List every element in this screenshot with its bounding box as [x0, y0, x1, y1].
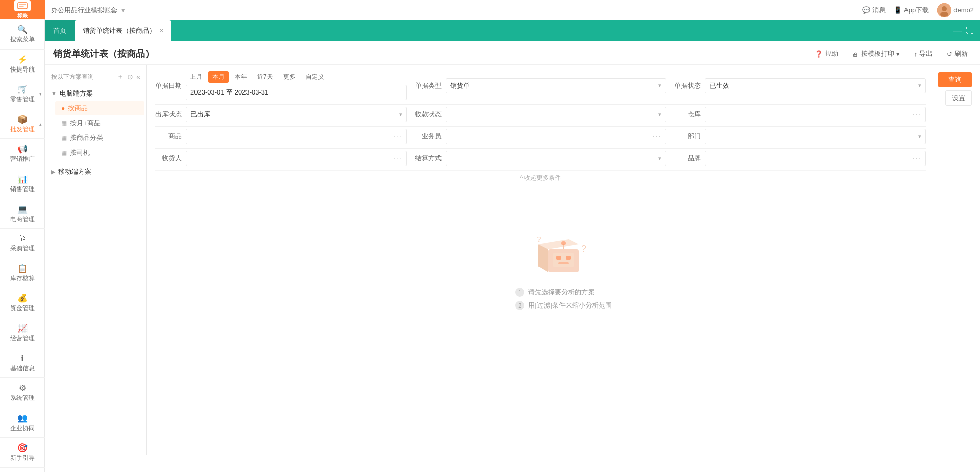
driver-icon: ▦ — [61, 149, 67, 156]
date-tab-last-month[interactable]: 上月 — [186, 71, 206, 83]
scheme-item-month-goods[interactable]: ▦ 按月+商品 — [55, 116, 144, 130]
consignee-filter-row: 收货人 ··· — [155, 151, 407, 166]
home-tab-label: 首页 — [53, 26, 66, 35]
refresh-icon: ↺ — [947, 50, 952, 58]
collapse-conditions-btn[interactable]: ^ 收起更多条件 — [155, 170, 926, 185]
warehouse-input[interactable]: ··· — [705, 107, 926, 122]
sales-icon: 📊 — [17, 174, 28, 184]
dept-dropdown-arrow: ▾ — [918, 133, 921, 140]
staff-input[interactable]: ··· — [446, 129, 667, 144]
hint-text-2: 用[过滤]条件来缩小分析范围 — [528, 301, 611, 310]
sidebar-item-label: 电商管理 — [10, 216, 35, 224]
sidebar-item-ecommerce[interactable]: 💻 电商管理 — [0, 199, 45, 229]
sidebar-item-wholesale[interactable]: 📦 批发管理 ▴ — [0, 109, 45, 139]
sidebar-item-sales[interactable]: 📊 销售管理 — [0, 169, 45, 199]
sidebar-item-label: 经营管理 — [10, 335, 35, 343]
tab-minimize-icon[interactable]: — — [953, 26, 962, 35]
desktop-section-header[interactable]: ▼ 电脑端方案 — [45, 86, 146, 101]
doc-type-select[interactable]: 销货单 ▾ — [446, 78, 667, 93]
sidebar-item-retail[interactable]: 🛒 零售管理 ▾ — [0, 79, 45, 109]
sidebar-item-finance[interactable]: 💰 资金管理 — [0, 288, 45, 318]
payment-method-select[interactable]: ▾ — [446, 151, 667, 166]
user-name: demo2 — [953, 6, 974, 14]
date-tab-custom[interactable]: 自定义 — [302, 71, 328, 83]
sidebar-item-marketing[interactable]: 📢 营销推广 — [0, 139, 45, 169]
scheme-item-driver[interactable]: ▦ 按司机 — [55, 146, 144, 160]
payment-status-label: 收款状态 — [415, 110, 442, 119]
industry-label: 办公用品行业模拟账套 — [51, 6, 117, 15]
user-menu-btn[interactable]: demo2 — [937, 3, 974, 17]
svg-rect-7 — [553, 253, 574, 267]
date-tab-this-month[interactable]: 本月 — [208, 71, 229, 83]
export-btn[interactable]: ↑ 导出 — [910, 47, 937, 60]
settings-button[interactable]: 设置 — [945, 90, 972, 106]
left-panel: 按以下方案查询 ＋ ⊙ « ▼ 电脑端方案 — [45, 65, 147, 455]
goods-input[interactable]: ··· — [186, 129, 407, 144]
app-download-label: App下载 — [904, 6, 929, 15]
help-icon: ❓ — [815, 50, 823, 58]
search-nav-icon: 🔍 — [17, 25, 28, 34]
brand-filter-row: 品牌 ··· — [674, 151, 926, 166]
refresh-btn[interactable]: ↺ 刷新 — [943, 47, 972, 60]
mobile-section-header[interactable]: ▶ 移动端方案 — [45, 164, 146, 179]
app-download-btn[interactable]: 📱 App下载 — [894, 6, 929, 15]
print-btn[interactable]: 🖨 按模板打印 ▾ — [848, 47, 904, 60]
date-range-input[interactable]: 2023-03-01 至 2023-03-31 — [186, 85, 407, 100]
sidebar-item-label: 搜索菜单 — [10, 36, 35, 44]
date-tab-7days[interactable]: 近7天 — [253, 71, 277, 83]
warehouse-out-select[interactable]: 已出库 ▾ — [186, 107, 407, 122]
filter-row-1: 单据日期 上月 本月 本年 近7天 更多 自定义 — [155, 71, 926, 105]
help-btn[interactable]: ❓ 帮助 — [811, 47, 842, 60]
warehouse-filter-row: 仓库 ··· — [674, 107, 926, 122]
tab-home[interactable]: 首页 — [45, 20, 75, 41]
tab-bar: 首页 销货单统计表（按商品） × — ⛶ — [45, 20, 980, 41]
app-logo: 标账 — [0, 0, 45, 19]
date-tabs: 上月 本月 本年 近7天 更多 自定义 — [186, 71, 403, 83]
query-button[interactable]: 查询 — [938, 72, 972, 87]
page-header: 销货单统计表（按商品） ❓ 帮助 🖨 按模板打印 ▾ ↑ 导出 — [45, 41, 980, 65]
collapse-panel-btn[interactable]: « — [136, 73, 140, 81]
main-area: 办公用品行业模拟账套 ▾ 💬 消息 📱 App下载 de — [45, 0, 980, 472]
goods-dots: ··· — [393, 132, 402, 140]
sidebar-item-basic-info[interactable]: ℹ 基础信息 — [0, 348, 45, 379]
tab-close-icon[interactable]: × — [160, 27, 163, 34]
scheme-item-goods-category[interactable]: ▦ 按商品分类 — [55, 131, 144, 145]
warehouse-out-dropdown-arrow: ▾ — [399, 111, 402, 118]
print-dropdown-icon[interactable]: ▾ — [896, 50, 900, 58]
svg-rect-0 — [18, 3, 27, 9]
tab-sales-stats[interactable]: 销货单统计表（按商品） × — [75, 20, 172, 41]
tab-expand-icon[interactable]: ⛶ — [966, 26, 974, 35]
date-range-value: 2023-03-01 至 2023-03-31 — [190, 88, 268, 97]
sidebar-item-guide[interactable]: 🎯 新手引导 — [0, 438, 45, 468]
scheme-item-by-goods[interactable]: ● 按商品 — [55, 101, 144, 115]
doc-type-label: 单据类型 — [415, 81, 442, 90]
sidebar-item-operations[interactable]: 📈 经营管理 — [0, 318, 45, 348]
industry-dropdown-icon[interactable]: ▾ — [121, 6, 125, 14]
brand-input[interactable]: ··· — [705, 151, 926, 166]
dept-select[interactable]: ▾ — [705, 129, 926, 144]
doc-status-select[interactable]: 已生效 ▾ — [705, 78, 926, 93]
ecommerce-icon: 💻 — [17, 204, 28, 214]
filter-row-4: 收货人 ··· 结算方式 — [155, 151, 926, 166]
sidebar-item-app-center[interactable]: 🔲 应用中心 — [0, 468, 45, 472]
message-btn[interactable]: 💬 消息 — [862, 6, 886, 15]
empty-state: ? ? 1 请先选择要分析的方案 2 用[过滤]条件来缩小分析范围 — [155, 185, 972, 351]
warehouse-dots: ··· — [912, 110, 921, 119]
svg-text:?: ? — [581, 244, 586, 254]
consignee-dots: ··· — [393, 154, 402, 162]
add-scheme-btn[interactable]: ＋ — [117, 72, 124, 81]
payment-status-select[interactable]: ▾ — [446, 107, 667, 122]
settings-scheme-btn[interactable]: ⊙ — [127, 73, 133, 81]
sidebar-item-collab[interactable]: 👥 企业协同 — [0, 408, 45, 438]
sidebar-item-search[interactable]: 🔍 搜索菜单 — [0, 19, 45, 50]
consignee-input[interactable]: ··· — [186, 151, 407, 166]
desktop-scheme-section: ▼ 电脑端方案 ● 按商品 ▦ 按月+商品 — [45, 84, 146, 162]
sidebar-item-system[interactable]: ⚙ 系统管理 — [0, 378, 45, 408]
date-tab-this-year[interactable]: 本年 — [231, 71, 251, 83]
sidebar-item-purchase[interactable]: 🛍 采购管理 — [0, 229, 45, 258]
staff-filter-row: 业务员 ··· — [415, 129, 667, 144]
date-tab-more[interactable]: 更多 — [279, 71, 300, 83]
filter-row-3: 商品 ··· 业务员 — [155, 129, 926, 149]
sidebar-item-quick-nav[interactable]: ⚡ 快捷导航 — [0, 50, 45, 80]
sidebar-item-inventory[interactable]: 📋 库存核算 — [0, 258, 45, 289]
